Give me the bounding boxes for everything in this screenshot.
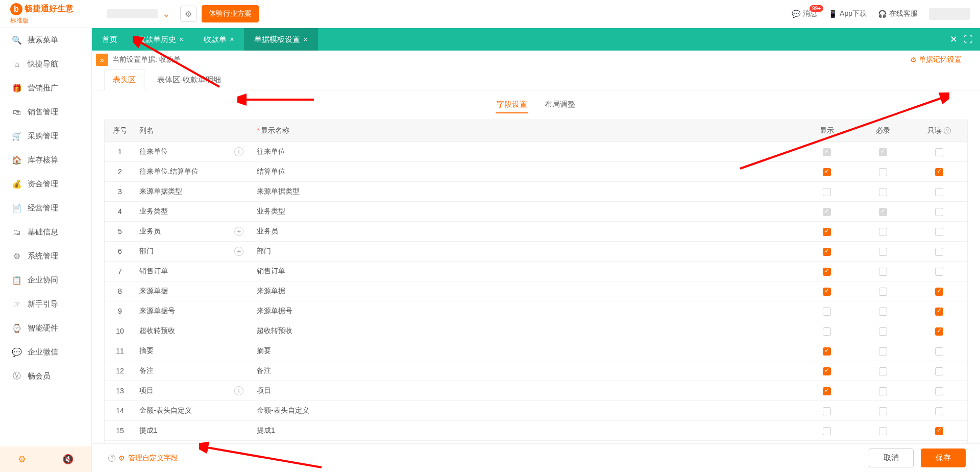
tab-close-icon[interactable]: × [230, 35, 234, 43]
checkbox-unchecked[interactable] [879, 288, 887, 296]
checkbox-unchecked[interactable] [935, 268, 943, 276]
checkbox-unchecked[interactable] [879, 188, 887, 196]
sidebar-item-7[interactable]: 📄 经营管理 [0, 196, 91, 220]
checkbox-unchecked[interactable] [879, 228, 887, 236]
checkbox-unchecked[interactable] [935, 248, 943, 256]
tab-3[interactable]: 单据模板设置 × [244, 28, 317, 51]
tab-0[interactable]: 首页 [92, 28, 128, 51]
sidebar-item-14[interactable]: Ⓥ 畅会员 [0, 364, 91, 388]
sidebar-item-11[interactable]: ☞ 新手引导 [0, 292, 91, 316]
sidebar-item-1[interactable]: ⌂ 快捷导航 [0, 52, 91, 76]
checkbox-unchecked[interactable] [935, 367, 943, 375]
save-button[interactable]: 保存 [921, 449, 966, 467]
app-download-link[interactable]: 📱 App下载 [828, 9, 867, 18]
cell-display[interactable]: 备注 [253, 361, 799, 381]
sidebar-item-2[interactable]: 🎁 营销推广 [0, 76, 91, 100]
checkbox-unchecked[interactable] [879, 347, 887, 356]
checkbox-unchecked[interactable] [823, 407, 831, 415]
sidebar-item-12[interactable]: ⌚ 智能硬件 [0, 316, 91, 340]
sidebar-item-0[interactable]: 🔍 搜索菜单 [0, 28, 91, 52]
checkbox-unchecked[interactable] [879, 387, 887, 395]
sidebar-item-4[interactable]: 🛒 采购管理 [0, 124, 91, 148]
tab-close-all-icon[interactable]: ✕ [950, 34, 958, 45]
checkbox-unchecked[interactable] [879, 427, 887, 435]
cell-display[interactable]: 提成1 [253, 421, 799, 441]
tab-close-icon[interactable]: × [179, 35, 183, 43]
cell-display[interactable]: 往来单位 [253, 142, 799, 162]
manage-custom-fields-link[interactable]: ? ⚙ 管理自定义字段 [106, 454, 178, 463]
add-icon[interactable]: + [234, 386, 243, 395]
checkbox-checked[interactable] [823, 387, 831, 395]
cell-display[interactable]: 业务类型 [253, 202, 799, 222]
cancel-button[interactable]: 取消 [869, 449, 914, 467]
checkbox-unchecked[interactable] [879, 248, 887, 256]
company-selector[interactable]: ⌄ [102, 6, 175, 21]
sub-tab-1[interactable]: 布局调整 [544, 97, 576, 113]
user-avatar[interactable] [929, 8, 970, 20]
cell-display[interactable]: 金额-表头自定义 [253, 401, 799, 421]
cell-display[interactable]: 项目 [253, 381, 799, 401]
checkbox-unchecked[interactable] [935, 387, 943, 395]
checkbox-checked[interactable] [823, 248, 831, 256]
cell-display[interactable]: 超收转预收 [253, 321, 799, 341]
checkbox-checked[interactable] [823, 228, 831, 236]
checkbox-checked[interactable] [823, 268, 831, 276]
tab-2[interactable]: 收款单 × [193, 28, 244, 51]
checkbox-unchecked[interactable] [823, 427, 831, 435]
sidebar-settings-icon[interactable]: ⚙ [18, 454, 26, 465]
checkbox-checked[interactable] [823, 347, 831, 356]
checkbox-unchecked[interactable] [823, 188, 831, 196]
messages-link[interactable]: 💬 消息 99+ [792, 9, 817, 18]
checkbox-checked[interactable] [935, 308, 943, 316]
cell-display[interactable]: 结算单位 [253, 162, 799, 182]
memory-settings-link[interactable]: ⚙ 单据记忆设置 [910, 55, 976, 64]
add-icon[interactable]: + [234, 227, 243, 236]
cell-display[interactable]: 来源单据号 [253, 301, 799, 321]
checkbox-unchecked[interactable] [935, 148, 943, 156]
checkbox-checked[interactable] [935, 168, 943, 176]
sidebar-item-8[interactable]: 🗂 基础信息 [0, 220, 91, 244]
help-icon[interactable]: ? [944, 127, 951, 134]
add-icon[interactable]: + [234, 147, 243, 156]
cell-display[interactable]: 来源单据 [253, 281, 799, 301]
cell-display[interactable]: 销售订单 [253, 262, 799, 281]
sub-tab-0[interactable]: 字段设置 [496, 97, 528, 113]
checkbox-checked[interactable] [935, 327, 943, 336]
checkbox-unchecked[interactable] [879, 308, 887, 316]
checkbox-checked[interactable] [935, 288, 943, 296]
area-tab-1[interactable]: 表体区-收款单明细 [149, 69, 230, 90]
cell-display[interactable]: 业务员 [253, 222, 799, 242]
checkbox-unchecked[interactable] [879, 367, 887, 375]
tab-close-icon[interactable]: × [303, 35, 307, 43]
customer-service-link[interactable]: 🎧 在线客服 [878, 9, 918, 18]
area-tab-0[interactable]: 表头区 [104, 69, 144, 90]
checkbox-unchecked[interactable] [935, 228, 943, 236]
cell-display[interactable]: 部门 [253, 242, 799, 262]
checkbox-unchecked[interactable] [935, 407, 943, 415]
sidebar-item-10[interactable]: 📋 企业协同 [0, 268, 91, 292]
checkbox-unchecked[interactable] [823, 308, 831, 316]
tab-1[interactable]: 收款单历史 × [128, 28, 193, 51]
checkbox-unchecked[interactable] [879, 268, 887, 276]
checkbox-checked[interactable] [823, 168, 831, 176]
checkbox-unchecked[interactable] [935, 347, 943, 356]
checkbox-unchecked[interactable] [935, 188, 943, 196]
cell-display[interactable]: 摘要 [253, 341, 799, 361]
sidebar-item-9[interactable]: ⚙ 系统管理 [0, 244, 91, 268]
checkbox-unchecked[interactable] [823, 327, 831, 336]
cell-display[interactable]: 来源单据类型 [253, 182, 799, 202]
checkbox-checked[interactable] [823, 367, 831, 375]
fullscreen-icon[interactable]: ⛶ [964, 34, 973, 45]
collapse-toggle[interactable]: » [96, 54, 108, 66]
checkbox-checked[interactable] [823, 288, 831, 296]
sidebar-item-13[interactable]: 💬 企业微信 [0, 340, 91, 364]
trial-button[interactable]: 体验行业方案 [202, 5, 259, 22]
sidebar-item-3[interactable]: 🛍 销售管理 [0, 100, 91, 124]
sidebar-sound-icon[interactable]: 🔇 [62, 454, 74, 465]
sidebar-item-6[interactable]: 💰 资金管理 [0, 172, 91, 196]
checkbox-unchecked[interactable] [879, 407, 887, 415]
checkbox-checked[interactable] [935, 427, 943, 435]
sidebar-item-5[interactable]: 🏠 库存核算 [0, 148, 91, 172]
add-icon[interactable]: + [234, 247, 243, 256]
checkbox-unchecked[interactable] [879, 168, 887, 176]
